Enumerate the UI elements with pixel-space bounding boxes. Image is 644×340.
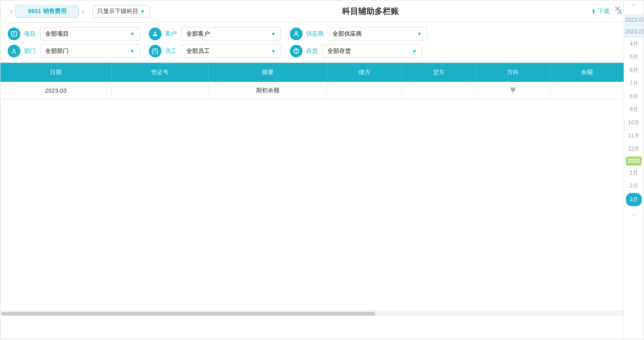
customer-icon xyxy=(149,28,161,40)
inventory-label: 存货 xyxy=(306,47,319,55)
show-sub-accounts-dropdown[interactable]: 只显示下级科目 ▼ xyxy=(92,5,150,18)
col-credit: 贷方 xyxy=(402,63,476,82)
account-code[interactable]: 6601 销售费用 xyxy=(15,5,79,18)
customer-label: 客户 xyxy=(165,30,178,38)
supplier-value: 全部供应商 xyxy=(332,30,362,38)
timeline-panel: ⌃ 2023.03 2023.03 4月 5月 6月 7月 8月 9月 10月 … xyxy=(624,0,644,340)
customer-arrow-icon: ▼ xyxy=(271,31,276,37)
filter-employee: 员工 全部员工 ▼ xyxy=(149,44,281,58)
supplier-arrow-icon: ▼ xyxy=(417,31,422,37)
col-date: 日期 xyxy=(0,63,111,82)
employee-select[interactable]: 全部员工 ▼ xyxy=(181,44,281,58)
filter-row-2: 部门 全部部门 ▼ 员工 全部员工 ▼ xyxy=(8,44,636,58)
main-area: 日期 凭证号 摘要 借方 贷方 方向 余额 2023-03 xyxy=(0,63,644,316)
page-title: 科目辅助多栏账 xyxy=(150,6,591,17)
download-button[interactable]: ⬆ 下载 xyxy=(591,7,610,15)
project-select[interactable]: 全部项目 ▼ xyxy=(40,27,140,41)
table-row: 2023-03 期初余额 平 xyxy=(0,82,624,99)
cell-summary: 期初余额 xyxy=(208,82,327,99)
project-icon xyxy=(8,28,20,40)
horizontal-scrollbar[interactable] xyxy=(0,311,624,316)
employee-value: 全部员工 xyxy=(186,47,210,55)
col-balance: 余额 xyxy=(550,63,624,82)
cell-direction: 平 xyxy=(476,82,550,99)
supplier-icon xyxy=(290,28,303,40)
show-sub-accounts-label: 只显示下级科目 xyxy=(97,7,138,15)
table-header: 日期 凭证号 摘要 借方 贷方 方向 余额 xyxy=(0,63,624,82)
svg-point-3 xyxy=(295,32,298,34)
table-body: 2023-03 期初余额 平 xyxy=(0,82,624,99)
col-direction: 方向 xyxy=(476,63,550,82)
timeline-item-7[interactable]: 7月 xyxy=(624,77,644,90)
download-label: 下载 xyxy=(598,7,610,15)
cell-debit xyxy=(327,82,402,99)
timeline-item-3-active[interactable]: 3月 xyxy=(626,193,642,206)
employee-label: 员工 xyxy=(165,47,178,55)
filter-project: 项目 全部项目 ▼ xyxy=(8,27,140,41)
timeline-item-8[interactable]: 8月 xyxy=(624,90,644,103)
timeline-item-9[interactable]: 9月 xyxy=(624,103,644,116)
timeline-item-2[interactable]: 2月 xyxy=(624,179,644,193)
department-arrow-icon: ▼ xyxy=(130,48,135,54)
cell-balance xyxy=(550,82,624,99)
timeline-item-2023-03-1[interactable]: 2023.03 xyxy=(624,14,644,26)
customer-select[interactable]: 全部客户 ▼ xyxy=(181,27,281,41)
timeline-item-6[interactable]: 6月 xyxy=(624,64,644,77)
timeline-item-11[interactable]: 11月 xyxy=(624,129,644,142)
department-select[interactable]: 全部部门 ▼ xyxy=(40,44,140,58)
timeline-down-arrow[interactable]: ⌄ xyxy=(629,207,639,220)
customer-value: 全部客户 xyxy=(186,30,210,38)
project-value: 全部项目 xyxy=(45,30,69,38)
supplier-select[interactable]: 全部供应商 ▼ xyxy=(327,27,427,41)
prev-account-button[interactable]: ‹ xyxy=(8,6,15,16)
project-label: 项目 xyxy=(24,30,37,38)
filter-department: 部门 全部部门 ▼ xyxy=(8,44,140,58)
col-voucher: 凭证号 xyxy=(111,63,208,82)
filter-inventory: 存货 全部存货 ▼ xyxy=(290,44,422,58)
download-icon: ⬆ xyxy=(591,8,596,15)
scrollbar-thumb xyxy=(1,312,375,316)
inventory-select[interactable]: 全部存货 ▼ xyxy=(322,44,422,58)
cell-voucher xyxy=(111,82,208,99)
close-button[interactable]: ✕ xyxy=(614,5,621,13)
next-account-button[interactable]: › xyxy=(79,6,86,16)
col-summary: 摘要 xyxy=(208,63,327,82)
supplier-label: 供应商 xyxy=(306,30,324,38)
filter-bar: 项目 全部项目 ▼ 客户 全部客户 ▼ xyxy=(0,23,644,63)
inventory-arrow-icon: ▼ xyxy=(412,48,417,54)
table-wrapper[interactable]: 日期 凭证号 摘要 借方 贷方 方向 余额 2023-03 xyxy=(0,63,624,311)
timeline-item-2023-03-2[interactable]: 2023.03 xyxy=(624,26,644,38)
project-arrow-icon: ▼ xyxy=(130,31,135,37)
content-wrapper: 日期 凭证号 摘要 借方 贷方 方向 余额 2023-03 xyxy=(0,63,624,316)
filter-row-1: 项目 全部项目 ▼ 客户 全部客户 ▼ xyxy=(8,27,636,41)
timeline-item-12[interactable]: 12月 xyxy=(624,142,644,156)
employee-arrow-icon: ▼ xyxy=(271,48,276,54)
cell-credit xyxy=(402,82,476,99)
timeline-item-10[interactable]: 10月 xyxy=(624,116,644,129)
cell-date: 2023-03 xyxy=(0,82,111,99)
filter-customer: 客户 全部客户 ▼ xyxy=(149,27,281,41)
main-window: ✕ ‹ 6601 销售费用 › 只显示下级科目 ▼ 科目辅助多栏账 ⬆ 下载 🖨… xyxy=(0,0,644,340)
timeline-item-5[interactable]: 5月 xyxy=(624,51,644,64)
department-icon xyxy=(8,45,20,57)
employee-icon xyxy=(149,45,161,57)
ledger-table: 日期 凭证号 摘要 借方 贷方 方向 余额 2023-03 xyxy=(0,63,624,99)
timeline-item-4[interactable]: 4月 xyxy=(624,38,644,51)
inventory-value: 全部存货 xyxy=(327,47,351,55)
dropdown-arrow-icon: ▼ xyxy=(140,9,145,14)
svg-point-4 xyxy=(13,49,15,51)
filter-supplier: 供应商 全部供应商 ▼ xyxy=(290,27,427,41)
inventory-icon xyxy=(290,45,303,57)
timeline-item-1[interactable]: 1月 xyxy=(624,166,644,179)
timeline-up-arrow[interactable]: ⌃ xyxy=(629,0,639,14)
department-label: 部门 xyxy=(24,47,37,55)
department-value: 全部部门 xyxy=(45,47,69,55)
timeline-year-2023[interactable]: 2023 xyxy=(626,156,642,165)
header: ‹ 6601 销售费用 › 只显示下级科目 ▼ 科目辅助多栏账 ⬆ 下载 🖨 打… xyxy=(0,0,644,23)
col-debit: 借方 xyxy=(327,63,402,82)
svg-rect-0 xyxy=(11,32,17,36)
